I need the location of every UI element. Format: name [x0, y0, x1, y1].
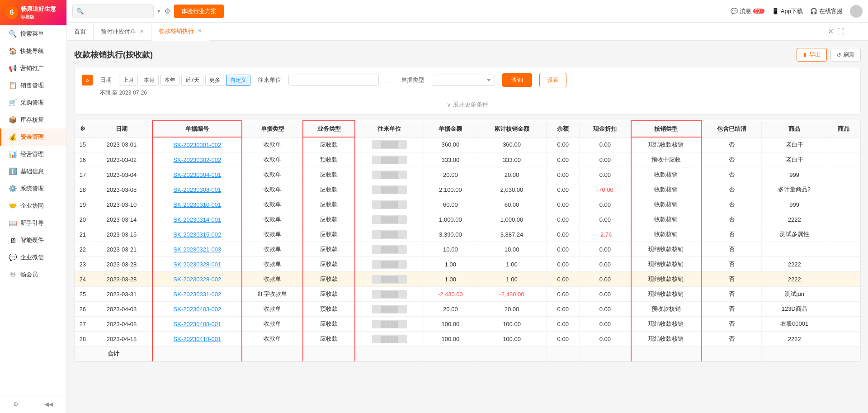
message-label: 消息 [740, 7, 751, 15]
tab-maximize-btn[interactable]: ⛶ [837, 28, 844, 36]
cell-balance: 0.00 [547, 332, 580, 347]
sidebar-item-畅会员[interactable]: ♾畅会员 [0, 266, 66, 283]
sidebar-item-快捷导航[interactable]: 🏠快捷导航 [0, 43, 66, 60]
cell-total-cancel: 1.00 [477, 257, 547, 272]
app-edition: 标推版 [21, 14, 56, 20]
topbar-dropdown-chevron[interactable]: ▾ [157, 8, 160, 14]
date-btn-lastmonth[interactable]: 上月 [119, 75, 138, 86]
refresh-btn[interactable]: ↺ 刷新 [830, 48, 861, 62]
partner-input[interactable] [288, 75, 379, 85]
bill-no-link[interactable]: SK-20230403-002 [174, 306, 222, 313]
cell-date: 2023-03-15 [91, 227, 152, 242]
sidebar-item-资金管理[interactable]: 💰资金管理 [0, 128, 66, 146]
footer-biz-type [303, 347, 355, 361]
table-row: 26 2023-04-03 SK-20230403-002 收款单 预收款 ██… [75, 302, 860, 317]
sidebar-item-基础信息[interactable]: ℹ️基础信息 [0, 163, 66, 180]
table-footer-row: 合计 [75, 347, 860, 361]
tab-cancellation-close[interactable]: ✕ [198, 28, 202, 34]
bill-no-link[interactable]: SK-20230331-002 [174, 291, 222, 298]
bill-no-link[interactable]: SK-20230304-001 [174, 171, 222, 178]
expand-more-btn[interactable]: ∨ 展开更多条件 [82, 100, 853, 109]
cell-product: 衣服00001 [762, 317, 827, 332]
sidebar-settings-btn[interactable]: ⚙ [9, 399, 22, 409]
cell-partner: ████ [355, 272, 424, 287]
date-btn-thisyear[interactable]: 本年 [160, 75, 179, 86]
cell-include-settled: 否 [701, 317, 762, 332]
cell-balance: 0.00 [547, 167, 580, 182]
cell-product2 [827, 197, 860, 212]
cell-partner: ████ [355, 317, 424, 332]
tab-prepay-close[interactable]: ✕ [140, 28, 144, 34]
online-service-btn[interactable]: 🎧 在线客服 [810, 7, 843, 15]
cell-amount: 2,100.00 [424, 182, 477, 197]
bill-no-link[interactable]: SK-20230328-002 [174, 276, 222, 283]
table-header-row: ⚙ 日期 单据编号 单据类型 业务类型 往来单位 单据金额 累计核销金额 余额 … [75, 121, 860, 137]
table-row: 15 2023-03-01 SK-20230301-002 收款单 应收款 ██… [75, 137, 860, 152]
bill-type-select[interactable] [432, 75, 495, 85]
bill-no-link[interactable]: SK-20230301-002 [174, 142, 222, 148]
sidebar-item-系统管理[interactable]: ⚙️系统管理 [0, 180, 66, 197]
bill-no-link[interactable]: SK-20230314-001 [174, 216, 222, 223]
cell-bill-type: 收款单 [242, 212, 303, 227]
filter-toggle-btn[interactable]: » [82, 75, 93, 85]
sidebar-item-企业协同[interactable]: 🤝企业协同 [0, 197, 66, 214]
tab-close-all-btn[interactable]: ✕ [828, 27, 834, 36]
export-btn[interactable]: ⬆ 导出 [797, 48, 827, 62]
nav-icon: 📦 [9, 116, 17, 124]
cell-cancel-type: 现结收款核销 [631, 272, 701, 287]
query-btn[interactable]: 查询 [502, 73, 532, 87]
cell-total-cancel: 360.00 [477, 137, 547, 152]
message-btn[interactable]: 💬 消息 99+ [731, 7, 764, 15]
tab-cancellation-label: 收款核销执行 [159, 27, 194, 35]
sidebar-item-销售管理[interactable]: 📋销售管理 [0, 77, 66, 94]
bill-no-link[interactable]: SK-20230408-001 [174, 321, 222, 328]
bill-no-link[interactable]: SK-20230302-002 [174, 157, 222, 163]
date-btn-thismonth[interactable]: 本月 [140, 75, 159, 86]
th-settings[interactable]: ⚙ [75, 121, 91, 137]
sidebar-item-智能硬件[interactable]: 🖥智能硬件 [0, 232, 66, 249]
sidebar-item-企业微信[interactable]: 💬企业微信 [0, 249, 66, 266]
topbar-gear-icon[interactable]: ⚙ [164, 7, 170, 15]
date-btn-custom[interactable]: 自定义 [226, 75, 250, 86]
app-download-btn[interactable]: 📱 App下载 [772, 7, 803, 15]
date-btn-more[interactable]: 更多 [205, 75, 224, 86]
bill-no-link[interactable]: SK-20230308-001 [174, 186, 222, 193]
nav-icon: 💰 [9, 133, 17, 141]
cell-bill-type: 收款单 [242, 182, 303, 197]
app-logo-icon: 6 [5, 6, 18, 19]
sidebar-item-搜索菜单[interactable]: 🔍搜索菜单 [0, 25, 66, 43]
cell-amount: 1.00 [424, 272, 477, 287]
bill-no-link[interactable]: SK-20230418-001 [174, 336, 222, 342]
bill-no-link[interactable]: SK-20230328-001 [174, 261, 222, 268]
tab-prepay[interactable]: 预付冲应付单 ✕ [94, 23, 151, 41]
footer-cash-discount [580, 347, 631, 361]
cell-date: 2023-03-31 [91, 287, 152, 302]
cell-date: 2023-03-28 [91, 272, 152, 287]
cell-bill-no: SK-20230315-002 [152, 227, 242, 242]
tab-home[interactable]: 首页 [67, 23, 94, 41]
tab-cancellation[interactable]: 收款核销执行 ✕ [151, 23, 209, 41]
sidebar-item-采购管理[interactable]: 🛒采购管理 [0, 94, 66, 111]
filter-dots: ... [386, 77, 394, 84]
cell-cash-discount: 0.00 [580, 152, 631, 167]
sidebar-item-新手引导[interactable]: 📖新手引导 [0, 214, 66, 232]
sidebar-item-经营管理[interactable]: 📊经营管理 [0, 146, 66, 163]
sidebar-item-营销推广[interactable]: 📢营销推广 [0, 60, 66, 77]
date-btn-7days[interactable]: 近7天 [181, 75, 203, 86]
user-avatar[interactable] [850, 5, 863, 18]
cell-product2 [827, 212, 860, 227]
cell-total-cancel: 20.00 [477, 302, 547, 317]
cell-amount: 20.00 [424, 302, 477, 317]
settings-btn[interactable]: 设置 [539, 73, 566, 87]
cell-bill-no: SK-20230304-001 [152, 167, 242, 182]
nav-icon: 📢 [9, 64, 17, 72]
th-cash-discount: 现金折扣 [580, 121, 631, 137]
sidebar-collapse-btn[interactable]: ◀◀ [41, 399, 57, 409]
bill-no-link[interactable]: SK-20230315-002 [174, 231, 222, 238]
bill-no-link[interactable]: SK-20230321-003 [174, 246, 222, 253]
bill-no-link[interactable]: SK-20230310-001 [174, 201, 222, 208]
cell-product2 [827, 272, 860, 287]
online-service-label: 在线客服 [819, 7, 843, 15]
sidebar-item-库存核算[interactable]: 📦库存核算 [0, 111, 66, 128]
trial-btn[interactable]: 体验行业方案 [174, 5, 224, 18]
